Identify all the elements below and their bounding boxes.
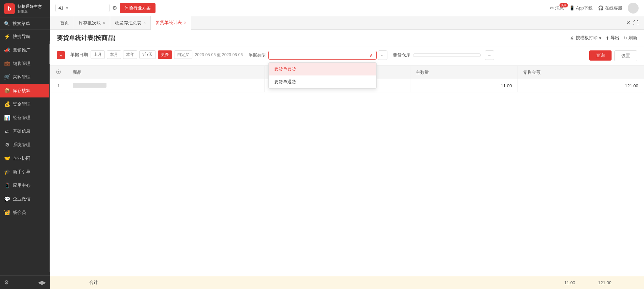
footer-qty: 11.00 — [524, 280, 598, 285]
print-dropdown-icon: ▾ — [599, 36, 601, 41]
nav-label: 销售管理 — [13, 61, 30, 67]
message-icon: ✉ — [550, 5, 554, 10]
store-name: 41 — [58, 5, 63, 10]
date-this-year-btn[interactable]: 本年 — [123, 50, 137, 59]
tab-summary-label: 收发存汇总表 — [115, 20, 141, 26]
page-actions: 🖨 按模板打印 ▾ ⬆ 导出 ↻ 刷新 — [570, 35, 637, 41]
sidebar-item-资金管理[interactable]: 💰资金管理 — [0, 97, 50, 111]
nav-label: 新手引导 — [13, 169, 30, 175]
sidebar-logo: b 畅捷通好生意 标准版 — [0, 0, 50, 18]
topbar-settings-icon[interactable]: ⚙ — [112, 5, 117, 11]
sidebar-item-经营管理[interactable]: 📊经营管理 — [0, 111, 50, 125]
sidebar-item-销售管理[interactable]: 💼销售管理 — [0, 57, 50, 70]
store-selector[interactable]: 41 ▾ — [55, 4, 110, 12]
message-button[interactable]: ✉ 消息 99+ — [550, 5, 564, 11]
tab-order-stats-label: 要货单统计表 — [156, 20, 182, 26]
tab-inventory-batch[interactable]: 库存批次账 × — [74, 16, 110, 30]
main-area: 41 ▾ ⚙ 体验行业方案 ✉ 消息 99+ 📱 App下载 🎧 在线客服 — [50, 0, 644, 289]
refresh-icon: ↻ — [623, 36, 627, 41]
nav-label: 企业协同 — [13, 155, 30, 161]
date-last-7-days-btn[interactable]: 近7天 — [139, 50, 156, 59]
logo-icon: b — [4, 3, 15, 14]
nav-icon: 📦 — [4, 88, 10, 94]
date-custom-btn[interactable]: 自定义 — [174, 50, 192, 59]
nav-icon: 👑 — [4, 209, 10, 216]
sidebar-settings-icon[interactable]: ⚙ — [4, 279, 9, 286]
page-content: 要货单统计表(按商品) 🖨 按模板打印 ▾ ⬆ 导出 ↻ 刷新 » — [50, 30, 644, 289]
date-last-month-btn[interactable]: 上月 — [91, 50, 105, 59]
sidebar-item-畅会员[interactable]: 👑畅会员 — [0, 206, 50, 219]
dropdown-item-order-return[interactable]: 要货单退货 — [269, 75, 376, 88]
nav-icon: 💼 — [4, 61, 10, 67]
nav-label: 快捷导航 — [13, 34, 30, 40]
nav-label: 畅会员 — [13, 209, 26, 216]
dropdown-item-order-purchase[interactable]: 要货单要货 — [269, 63, 376, 75]
date-this-month-btn[interactable]: 本月 — [107, 50, 121, 59]
warehouse-more-btn[interactable]: ··· — [485, 50, 494, 60]
sidebar-collapse-icon[interactable]: ◀▶ — [38, 279, 46, 286]
nav-label: 企业微信 — [13, 196, 30, 202]
close-all-tabs-icon[interactable]: ✕ — [626, 20, 630, 26]
query-button[interactable]: 查询 — [589, 50, 612, 61]
page-title: 要货单统计表(按商品) — [57, 34, 116, 42]
filter-more-btn[interactable]: ··· — [378, 50, 387, 60]
date-shortcuts: 上月 本月 本年 近7天 更多 自定义 — [91, 50, 192, 59]
search-menu[interactable]: 🔍 搜索菜单 — [0, 18, 50, 30]
topbar-left: 41 ▾ ⚙ 体验行业方案 — [55, 3, 545, 13]
nav-icon: 💬 — [4, 196, 10, 202]
tabbar: 首页 库存批次账 × 收发存汇总表 × 要货单统计表 × ✕ ⛶ — [50, 16, 644, 30]
type-dropdown: 要货单要货 要货单退货 — [268, 62, 377, 89]
trial-button[interactable]: 体验行业方案 — [120, 3, 156, 13]
nav-icon: 🎓 — [4, 169, 10, 175]
message-badge: 99+ — [559, 3, 568, 7]
table-settings-header[interactable] — [50, 66, 67, 79]
nav-icon: ⚡ — [4, 34, 10, 40]
sidebar-nav: ⚡快捷导航📣营销推广💼销售管理🛒采购管理📦库存核算💰资金管理📊经营管理🗂基础信息… — [0, 30, 50, 275]
warehouse-select[interactable] — [413, 53, 481, 57]
tab-inventory-batch-label: 库存批次账 — [79, 20, 101, 26]
page-header: 要货单统计表(按商品) 🖨 按模板打印 ▾ ⬆ 导出 ↻ 刷新 — [50, 30, 644, 46]
sidebar-item-基础信息[interactable]: 🗂基础信息 — [0, 125, 50, 138]
tab-summary-close[interactable]: × — [143, 21, 146, 25]
nav-label: 资金管理 — [13, 101, 30, 107]
cell-amount: 121.00 — [518, 79, 644, 92]
sidebar-item-应用中心[interactable]: 📱应用中心 — [0, 179, 50, 192]
tab-inventory-batch-close[interactable]: × — [103, 21, 105, 25]
sidebar-item-新手引导[interactable]: 🎓新手引导 — [0, 165, 50, 179]
app-download-button[interactable]: 📱 App下载 — [569, 5, 593, 11]
sidebar-item-企业微信[interactable]: 💬企业微信 — [0, 192, 50, 206]
date-range-display: 2023-05-06 至 2023-06-06 — [195, 52, 243, 58]
tab-order-stats[interactable]: 要货单统计表 × — [151, 16, 191, 30]
filter-bar: » 单据日期 上月 本月 本年 近7天 更多 自定义 2023-05-06 至 … — [50, 46, 644, 66]
warehouse-filter-label: 要货仓库 — [393, 52, 410, 58]
col-qty-header: 主数量 — [410, 66, 518, 79]
print-icon: 🖨 — [570, 36, 574, 41]
expand-tabs-icon[interactable]: ⛶ — [633, 20, 639, 26]
refresh-button[interactable]: ↻ 刷新 — [623, 35, 637, 41]
tab-home[interactable]: 首页 — [55, 16, 74, 30]
type-select[interactable]: ∧ — [268, 51, 377, 60]
type-filter-row: 单据类型 ∧ 要货单要货 要货单退货 ··· — [248, 50, 387, 60]
nav-label: 库存核算 — [13, 88, 30, 94]
filter-expand-button[interactable]: » — [57, 51, 65, 59]
warehouse-filter-group: 要货仓库 ··· — [393, 50, 494, 60]
export-button[interactable]: ⬆ 导出 — [605, 35, 619, 41]
sidebar-item-快捷导航[interactable]: ⚡快捷导航 — [0, 30, 50, 43]
setup-button[interactable]: 设置 — [614, 50, 637, 61]
tab-order-stats-close[interactable]: × — [184, 20, 186, 25]
tab-summary[interactable]: 收发存汇总表 × — [110, 16, 151, 30]
type-filter-group: 单据类型 ∧ 要货单要货 要货单退货 ··· — [248, 50, 387, 60]
sidebar-item-营销推广[interactable]: 📣营销推广 — [0, 43, 50, 57]
customer-service-button[interactable]: 🎧 在线客服 — [598, 5, 622, 11]
print-button[interactable]: 🖨 按模板打印 ▾ — [570, 35, 601, 41]
nav-icon: 📊 — [4, 115, 10, 121]
user-avatar[interactable] — [628, 3, 639, 14]
sidebar-item-采购管理[interactable]: 🛒采购管理 — [0, 70, 50, 84]
service-icon: 🎧 — [598, 5, 603, 10]
sidebar-item-库存核算[interactable]: 📦库存核算 — [0, 84, 50, 97]
nav-label: 基础信息 — [13, 128, 30, 134]
app-version: 标准版 — [18, 9, 42, 14]
sidebar-item-系统管理[interactable]: ⚙系统管理 — [0, 138, 50, 152]
date-more-btn[interactable]: 更多 — [158, 50, 172, 59]
sidebar-item-企业协同[interactable]: 🤝企业协同 — [0, 152, 50, 165]
